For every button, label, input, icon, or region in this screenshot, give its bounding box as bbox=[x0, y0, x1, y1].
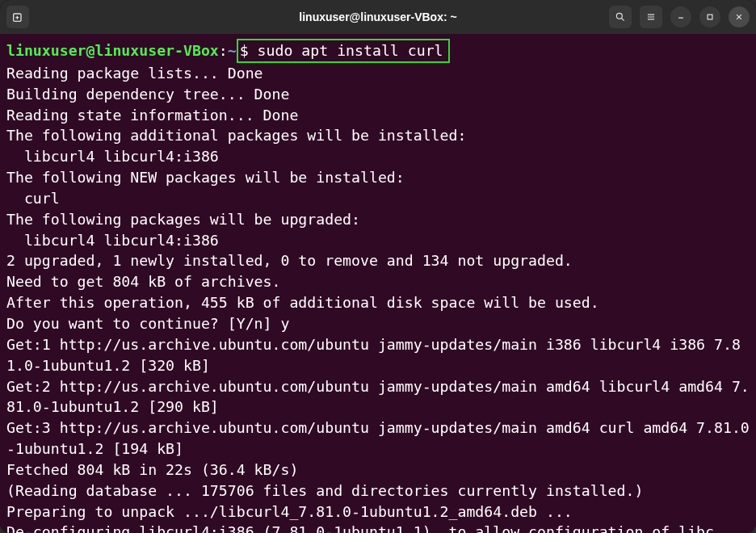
output-line: Get:2 http://us.archive.ubuntu.com/ubunt… bbox=[6, 376, 750, 418]
output-line: Need to get 804 kB of archives. bbox=[6, 271, 750, 292]
maximize-button[interactable] bbox=[699, 6, 720, 27]
minimize-button[interactable] bbox=[670, 6, 691, 27]
command-highlight: $ sudo apt install curl bbox=[237, 39, 450, 63]
close-icon bbox=[733, 11, 745, 23]
output-line: The following packages will be upgraded: bbox=[6, 209, 750, 230]
hamburger-icon bbox=[645, 11, 657, 23]
terminal-window: linuxuser@linuxuser-VBox: ~ bbox=[0, 0, 756, 533]
close-button[interactable] bbox=[729, 6, 750, 27]
output-line: After this operation, 455 kB of addition… bbox=[6, 292, 750, 313]
titlebar: linuxuser@linuxuser-VBox: ~ bbox=[0, 0, 756, 34]
command-text: sudo apt install curl bbox=[258, 42, 443, 59]
new-tab-button[interactable] bbox=[6, 6, 29, 28]
output-line: Get:1 http://us.archive.ubuntu.com/ubunt… bbox=[6, 334, 750, 376]
output-line: (Reading database ... 175706 files and d… bbox=[6, 481, 750, 502]
prompt-userhost: linuxuser@linuxuser-VBox bbox=[6, 42, 219, 59]
output-line: Reading package lists... Done bbox=[6, 63, 750, 84]
svg-rect-9 bbox=[708, 15, 712, 19]
new-tab-icon bbox=[11, 10, 24, 23]
terminal-output-area[interactable]: linuxuser@linuxuser-VBox:~$ sudo apt ins… bbox=[0, 34, 756, 533]
minimize-icon bbox=[675, 11, 687, 23]
output-line: libcurl4 libcurl4:i386 bbox=[6, 230, 750, 251]
prompt-dollar: $ bbox=[240, 42, 258, 59]
output-line: De-configuring libcurl4:i386 (7.81.0-1ub… bbox=[6, 522, 750, 533]
svg-line-4 bbox=[622, 19, 624, 21]
output-line: The following NEW packages will be insta… bbox=[6, 167, 750, 188]
maximize-icon bbox=[704, 11, 716, 23]
output-line: 2 upgraded, 1 newly installed, 0 to remo… bbox=[6, 250, 750, 271]
prompt-line: linuxuser@linuxuser-VBox:~$ sudo apt ins… bbox=[6, 39, 750, 63]
output-line: Reading state information... Done bbox=[6, 105, 750, 126]
search-icon bbox=[615, 11, 626, 23]
prompt-path: ~ bbox=[228, 42, 237, 59]
search-button[interactable] bbox=[609, 6, 632, 28]
output-line: libcurl4 libcurl4:i386 bbox=[6, 146, 750, 167]
prompt-colon: : bbox=[219, 42, 228, 59]
output-line: The following additional packages will b… bbox=[6, 125, 750, 146]
menu-button[interactable] bbox=[640, 6, 662, 28]
output-line: Get:3 http://us.archive.ubuntu.com/ubunt… bbox=[6, 418, 750, 460]
output-line: Preparing to unpack .../libcurl4_7.81.0-… bbox=[6, 502, 750, 523]
svg-point-3 bbox=[616, 13, 622, 19]
output-line: Fetched 804 kB in 22s (36.4 kB/s) bbox=[6, 460, 750, 481]
output-line: Do you want to continue? [Y/n] y bbox=[6, 313, 750, 334]
output-line: curl bbox=[6, 188, 750, 209]
output-line: Building dependency tree... Done bbox=[6, 84, 750, 105]
